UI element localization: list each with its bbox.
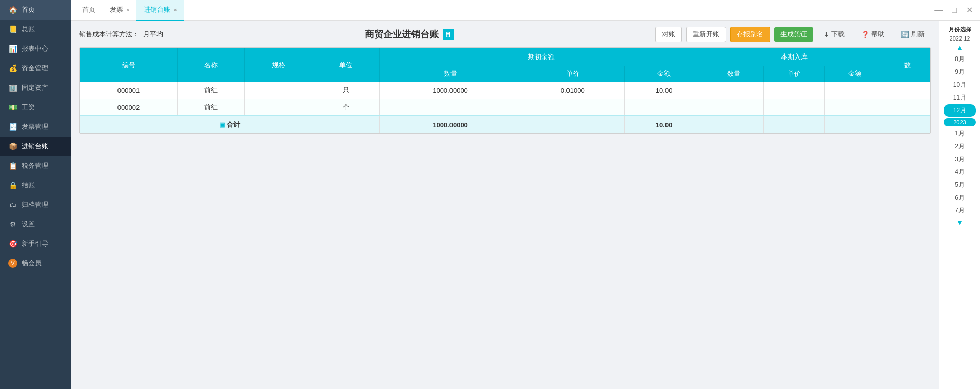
month-item-12[interactable]: 12月 (944, 104, 976, 117)
minimize-button[interactable]: — (931, 4, 946, 16)
window-controls: — □ ✕ (931, 4, 976, 16)
col-header-amount-init: 金额 (624, 66, 703, 82)
tab-home-label: 首页 (82, 5, 95, 14)
sidebar-item-guide[interactable]: 🎯 新手引导 (0, 234, 71, 254)
total-qty-init: 1000.00000 (380, 116, 521, 133)
sidebar-item-archive[interactable]: 🗂 归档管理 (0, 195, 71, 215)
month-item-5[interactable]: 5月 (939, 179, 980, 191)
sidebar-item-closing[interactable]: 🔒 结账 (0, 176, 71, 195)
cell-code: 000001 (80, 82, 178, 99)
total-price-init (521, 116, 624, 133)
help-button[interactable]: ❓ 帮助 (855, 27, 891, 42)
month-item-6[interactable]: 6月 (939, 191, 980, 204)
month-item-3[interactable]: 3月 (939, 153, 980, 166)
sidebar-item-label: 发票管理 (22, 122, 48, 131)
payroll-icon: 💵 (8, 103, 17, 112)
tab-purchase-sales-label: 进销台账 (144, 5, 170, 14)
cell-unit: 个 (312, 99, 379, 116)
sidebar-item-label: 资金管理 (22, 64, 48, 73)
cell-amount-init: 10.00 (624, 82, 703, 99)
sidebar-item-label: 首页 (22, 5, 35, 14)
month-scroll-down[interactable]: ▼ (939, 217, 980, 227)
year-badge-2023: 2023 (944, 118, 976, 126)
month-item-2[interactable]: 2月 (939, 140, 980, 153)
cell-price-init: 0.01000 (521, 82, 624, 99)
reconcile-button[interactable]: 对账 (655, 27, 682, 42)
cell-qty-init: 1000.00000 (380, 82, 521, 99)
table-row: 000002 前红 个 (80, 99, 930, 116)
guide-icon: 🎯 (8, 239, 17, 248)
month-item-4[interactable]: 4月 (939, 166, 980, 179)
fund-icon: 💰 (8, 64, 17, 73)
total-icon: ▣ (219, 121, 225, 128)
sidebar-item-tax-management[interactable]: 📋 税务管理 (0, 156, 71, 176)
sidebar-item-label: 畅会员 (22, 259, 42, 268)
col-header-qty-in: 数量 (703, 66, 764, 82)
page-body: 销售成本计算方法： 月平均 商贸企业进销台账 目 对账 重新开账 存报别名 生成… (71, 21, 939, 389)
maximize-button[interactable]: □ (949, 4, 960, 16)
sidebar-item-fund-management[interactable]: 💰 资金管理 (0, 59, 71, 78)
sidebar-item-invoice-management[interactable]: 🧾 发票管理 (0, 117, 71, 137)
month-item-10[interactable]: 10月 (939, 79, 980, 91)
sidebar-item-label: 税务管理 (22, 161, 48, 170)
tab-purchase-sales-close[interactable]: × (173, 7, 177, 13)
sidebar-item-purchase-sales[interactable]: 📦 进销台账 (0, 137, 71, 156)
total-label-cell: ▣ 合计 (80, 116, 380, 133)
total-label: 合计 (227, 120, 240, 129)
ledger-icon: 📒 (8, 25, 17, 34)
month-item-9[interactable]: 9月 (939, 66, 980, 79)
sidebar-item-label: 归档管理 (22, 200, 48, 209)
download-label: 下载 (831, 30, 845, 39)
home-icon: 🏠 (8, 5, 17, 14)
archive-icon: 🗂 (8, 200, 17, 209)
cell-spec (245, 82, 312, 99)
sidebar-item-label: 设置 (22, 220, 35, 229)
sidebar-item-general-ledger[interactable]: 📒 总账 (0, 20, 71, 39)
cost-method-value: 月平均 (143, 30, 163, 39)
sidebar-item-report-center[interactable]: 📊 报表中心 (0, 39, 71, 59)
sidebar-item-payroll[interactable]: 💵 工资 (0, 98, 71, 117)
month-scroll-up[interactable]: ▲ (939, 43, 980, 53)
total-amount-in (825, 116, 885, 133)
sidebar-item-fixed-assets[interactable]: 🏢 固定资产 (0, 78, 71, 98)
invoice-icon: 🧾 (8, 122, 17, 131)
data-table-container: 编号 名称 规格 单位 期初余额 本期入库 数 数量 单价 金额 数 (79, 47, 931, 134)
month-item-8[interactable]: 8月 (939, 53, 980, 66)
month-item-7[interactable]: 7月 (939, 204, 980, 217)
cell-qty-init (380, 99, 521, 116)
sidebar-item-label: 结账 (22, 181, 35, 190)
refresh-label: 刷新 (911, 30, 925, 39)
toolbar: 对账 重新开账 存报别名 生成凭证 ⬇ 下载 ❓ 帮助 🔄 刷新 (655, 27, 931, 42)
save-as-button[interactable]: 存报别名 (730, 27, 770, 42)
tab-invoice-label: 发票 (110, 5, 123, 14)
total-row: ▣ 合计 1000.00000 10.00 (80, 116, 930, 133)
tab-purchase-sales[interactable]: 进销台账 × (136, 0, 184, 21)
close-button[interactable]: ✕ (963, 4, 976, 16)
refresh-button[interactable]: 🔄 刷新 (895, 27, 931, 42)
col-header-spec: 规格 (245, 48, 312, 82)
sidebar-item-label: 进销台账 (22, 142, 48, 151)
sidebar-item-home[interactable]: 🏠 首页 (0, 0, 71, 20)
col-header-qty-init: 数量 (380, 66, 521, 82)
col-header-code: 编号 (80, 48, 178, 82)
download-button[interactable]: ⬇ 下载 (817, 27, 851, 42)
help-icon: ❓ (861, 31, 869, 38)
cost-method-label: 销售成本计算方法： (79, 30, 139, 39)
page-title-icon[interactable]: 目 (443, 29, 454, 40)
reopen-button[interactable]: 重新开账 (686, 27, 726, 42)
generate-voucher-button[interactable]: 生成凭证 (774, 27, 813, 42)
tab-home[interactable]: 首页 (75, 0, 103, 21)
sidebar-item-label: 固定资产 (22, 83, 48, 92)
sidebar-item-settings[interactable]: ⚙ 设置 (0, 215, 71, 234)
vip-icon: V (8, 259, 17, 268)
cell-price-in (764, 82, 825, 99)
month-item-1[interactable]: 1月 (939, 127, 980, 140)
purchase-icon: 📦 (8, 142, 17, 151)
month-panel: 月份选择 2022.12 ▲ 8月 9月 10月 11月 12月 2023 1月… (939, 21, 980, 389)
tab-invoice[interactable]: 发票 × (103, 0, 136, 21)
tab-invoice-close[interactable]: × (126, 7, 129, 13)
month-item-11[interactable]: 11月 (939, 91, 980, 104)
sidebar-item-vip[interactable]: V 畅会员 (0, 254, 71, 273)
content-area: 销售成本计算方法： 月平均 商贸企业进销台账 目 对账 重新开账 存报别名 生成… (71, 21, 980, 389)
top-info-bar: 销售成本计算方法： 月平均 商贸企业进销台账 目 对账 重新开账 存报别名 生成… (79, 27, 931, 42)
